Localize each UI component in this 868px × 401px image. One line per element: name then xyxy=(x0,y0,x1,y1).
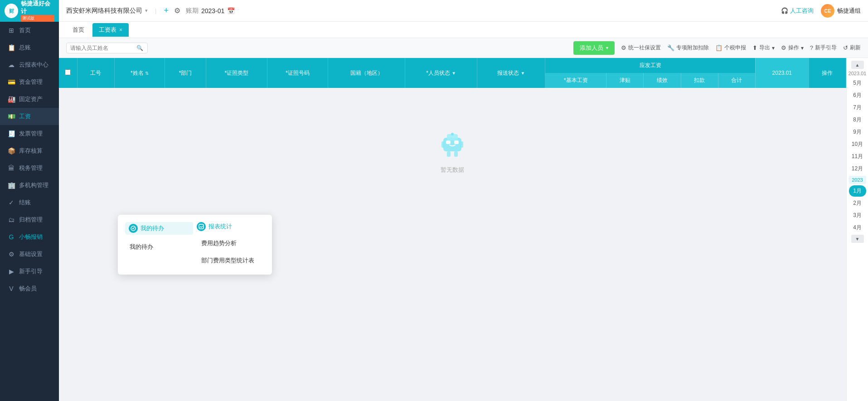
sidebar-item-ledger[interactable]: 📋 总账 xyxy=(0,39,59,56)
home-icon: ⊞ xyxy=(7,27,15,34)
popup-section-report-header[interactable]: 报表统计 xyxy=(197,222,265,231)
salary-icon: 💵 xyxy=(7,113,15,120)
support-label: 人工咨询 xyxy=(790,7,814,15)
fund-icon: 💳 xyxy=(7,78,15,86)
tab-salary[interactable]: 工资表 × xyxy=(92,23,129,37)
month-10[interactable]: 10月 xyxy=(849,139,866,150)
month-12[interactable]: 12月 xyxy=(849,163,866,174)
th-country: 国籍（地区） xyxy=(328,58,405,88)
th-year-month: 2023.01 xyxy=(755,58,809,88)
period-selector[interactable]: 账期 2023-01 📅 xyxy=(186,7,235,15)
sidebar-label-inventory: 库存核算 xyxy=(19,147,43,155)
svg-rect-5 xyxy=(441,141,444,148)
export-btn[interactable]: ⬆ 导出 ▾ xyxy=(752,44,775,52)
social-security-label: 统一社保设置 xyxy=(628,44,661,52)
sidebar-item-home[interactable]: ⊞ 首页 xyxy=(0,22,59,39)
multi-org-icon: 🏢 xyxy=(7,182,15,189)
add-company-button[interactable]: + xyxy=(164,6,169,15)
month-7[interactable]: 7月 xyxy=(849,102,866,113)
sidebar-item-salary[interactable]: 💵 工资 xyxy=(0,108,59,125)
ledger-icon: 📋 xyxy=(7,44,15,51)
sidebar-label-home: 首页 xyxy=(19,26,31,34)
tab-close-icon[interactable]: × xyxy=(119,27,122,33)
month-3[interactable]: 3月 xyxy=(849,210,866,221)
sidebar-label-member: 畅会员 xyxy=(19,285,37,293)
operate-btn[interactable]: ⚙ 操作 ▾ xyxy=(781,44,804,52)
month-nav-up[interactable]: ▲ xyxy=(851,61,864,69)
select-all-checkbox[interactable] xyxy=(65,69,71,75)
month-nav-down[interactable]: ▼ xyxy=(851,235,864,243)
popup-dept-expense-item[interactable]: 部门费用类型统计表 xyxy=(197,254,265,267)
popup-todo-item[interactable]: 我的待办 xyxy=(125,240,193,254)
popup-expense-trend-item[interactable]: 费用趋势分析 xyxy=(197,237,265,250)
sidebar-item-inventory[interactable]: 📦 库存核算 xyxy=(0,142,59,159)
sidebar-item-basic[interactable]: ⚙ 基础设置 xyxy=(0,246,59,263)
sidebar-item-guide[interactable]: ▶ 新手引导 xyxy=(0,263,59,280)
new-guide-btn[interactable]: ? 新手引导 xyxy=(810,44,837,52)
salary-table: 工号 *姓名 ⇅ *部门 *证照类型 *证照号码 国籍（地区） *人员状态 xyxy=(59,58,846,210)
empty-state: 暂无数据 xyxy=(59,88,846,210)
user-menu[interactable]: CE 畅捷通组 xyxy=(821,4,861,18)
company-name: 西安虾米网络科技有限公司 xyxy=(66,7,142,15)
avatar: CE xyxy=(821,4,834,18)
sidebar-item-xiao-chang[interactable]: G 小畅报销 xyxy=(0,228,59,246)
sidebar-item-fund[interactable]: 💳 资金管理 xyxy=(0,73,59,91)
sidebar-item-archive[interactable]: 🗂 归档管理 xyxy=(0,211,59,228)
month-8[interactable]: 8月 xyxy=(849,114,866,126)
month-6[interactable]: 6月 xyxy=(849,90,866,101)
popup-section-todo-header[interactable]: 我的待办 xyxy=(125,222,193,235)
month-2[interactable]: 2月 xyxy=(849,198,866,209)
search-box: 🔍 xyxy=(66,43,148,53)
month-11[interactable]: 11月 xyxy=(849,151,866,162)
th-person-status[interactable]: *人员状态 ▼ xyxy=(405,58,477,88)
th-salary-group: 应发工资 xyxy=(545,58,756,73)
th-checkbox[interactable] xyxy=(59,58,77,88)
sidebar-label-salary: 工资 xyxy=(19,112,31,121)
support-button[interactable]: 🎧 人工咨询 xyxy=(781,7,814,15)
export-chevron-icon: ▾ xyxy=(772,45,775,51)
member-icon: V xyxy=(7,285,15,292)
sidebar-item-invoice[interactable]: 🧾 发票管理 xyxy=(0,125,59,142)
xiao-chang-icon: G xyxy=(7,233,15,241)
search-input[interactable] xyxy=(70,45,134,51)
refresh-btn[interactable]: ↺ 刷新 xyxy=(843,44,861,52)
th-id-num: *证照号码 xyxy=(267,58,328,88)
add-person-button[interactable]: 添加人员 ▾ xyxy=(573,41,615,55)
th-deduct: 扣款 xyxy=(681,73,718,88)
company-selector[interactable]: 西安虾米网络科技有限公司 ▾ xyxy=(66,7,148,15)
settings-button[interactable]: ⚙ xyxy=(174,6,180,15)
report-status-filter-icon: ▼ xyxy=(520,71,525,76)
todo-section-icon xyxy=(129,224,138,233)
sidebar-item-member[interactable]: V 畅会员 xyxy=(0,280,59,297)
th-report-status[interactable]: 报送状态 ▼ xyxy=(477,58,545,88)
social-security-btn[interactable]: ⚙ 统一社保设置 xyxy=(621,44,661,52)
month-5[interactable]: 5月 xyxy=(849,77,866,89)
sidebar-item-fixed-assets[interactable]: 🏭 固定资产 xyxy=(0,91,59,108)
month-4[interactable]: 4月 xyxy=(849,222,866,233)
month-sidebar: ▲ 2023.01 5月 6月 7月 8月 9月 10月 11月 12月 202… xyxy=(846,58,868,401)
th-name[interactable]: *姓名 ⇅ xyxy=(114,58,165,88)
period-value: 2023-01 xyxy=(201,7,224,14)
month-9[interactable]: 9月 xyxy=(849,126,866,138)
month-1[interactable]: 1月 xyxy=(849,185,866,197)
tax-icon: 🏛 xyxy=(7,164,15,172)
special-deduct-btn[interactable]: 🔧 专项附加扣除 xyxy=(667,44,709,52)
popup-section-todo: 我的待办 我的待办 xyxy=(125,222,193,267)
search-icon: 🔍 xyxy=(136,45,143,51)
guide-icon: ▶ xyxy=(7,268,15,275)
tax-report-label: 个税申报 xyxy=(724,44,746,52)
sidebar-item-multi-org[interactable]: 🏢 多机构管理 xyxy=(0,177,59,194)
th-dept: *部门 xyxy=(165,58,206,88)
svg-rect-1 xyxy=(446,140,451,144)
th-id-type: *证照类型 xyxy=(206,58,267,88)
sidebar-item-tax[interactable]: 🏛 税务管理 xyxy=(0,159,59,177)
sidebar-item-cloud-report[interactable]: ☁ 云报表中心 xyxy=(0,56,59,73)
sidebar-item-close-account[interactable]: ✓ 结账 xyxy=(0,194,59,211)
tab-home[interactable]: 首页 xyxy=(66,23,91,37)
th-name-label: *姓名 xyxy=(131,70,144,76)
sidebar-label-archive: 归档管理 xyxy=(19,216,43,224)
popup-menu: 我的待办 我的待办 报表统计 费用趋势分析 部门费用类型统计表 xyxy=(118,215,272,275)
main-content: 西安虾米网络科技有限公司 ▾ | + ⚙ 账期 2023-01 📅 🎧 人工咨询… xyxy=(59,0,868,401)
tax-report-btn[interactable]: 📋 个税申报 xyxy=(715,44,746,52)
report-section-icon xyxy=(197,222,206,231)
